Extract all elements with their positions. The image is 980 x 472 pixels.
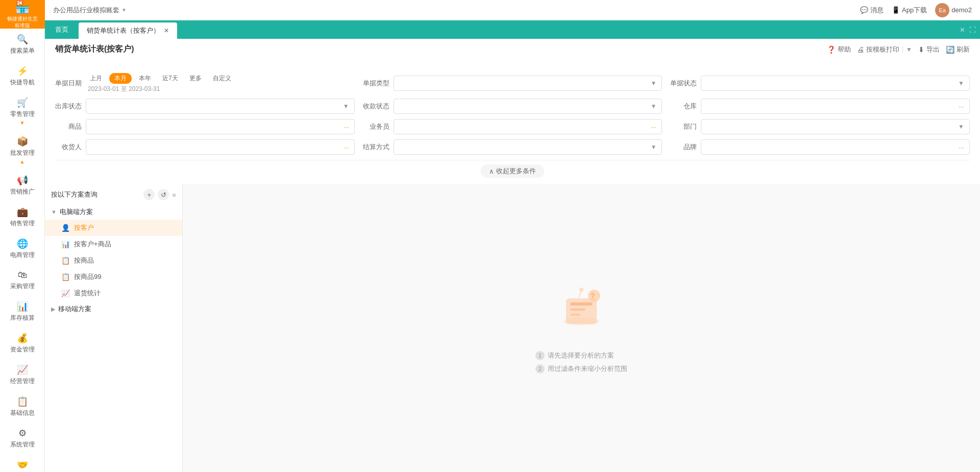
maximize-window-icon[interactable]: ⛶ xyxy=(969,26,976,34)
collapse-button[interactable]: ∧ 收起更多条件 xyxy=(481,164,544,178)
receive-status-select[interactable]: ▼ xyxy=(394,99,663,114)
retail-icon: 🛒 xyxy=(17,97,28,108)
scheme-group-pc: ▼ 电脑端方案 👤 按客户 📊 按客户+商品 📋 按商品 xyxy=(45,204,182,301)
scheme-group-mobile: ▶ 移动端方案 xyxy=(45,301,182,317)
scheme-refresh-button[interactable]: ↺ xyxy=(158,189,169,200)
refresh-button[interactable]: 🔄 刷新 xyxy=(946,45,970,54)
date-btn-thisyear[interactable]: 本年 xyxy=(135,73,155,84)
receiver-label: 收货人 xyxy=(55,143,82,152)
wholesale-icon: 📦 xyxy=(17,136,28,147)
sidebar-quicknav-label: 快捷导航 xyxy=(10,78,35,87)
receiver-dots[interactable]: ··· xyxy=(344,144,349,151)
tab-close-icon[interactable]: ✕ xyxy=(164,27,169,34)
scheme-group-mobile-header[interactable]: ▶ 移动端方案 xyxy=(45,301,182,317)
page-actions: ❓ 帮助 🖨 按模板打印 ▼ ⬇ 导出 🔄 刷新 xyxy=(827,45,970,60)
salesperson-label: 业务员 xyxy=(363,122,389,131)
app-download-button[interactable]: 📱 App下载 xyxy=(892,6,927,15)
export-icon: ⬇ xyxy=(918,45,924,54)
scheme-item-customer-label: 按客户 xyxy=(74,223,94,232)
close-window-icon[interactable]: ✕ xyxy=(960,26,965,34)
topbar-left: 办公用品行业模拟账套 ▼ xyxy=(53,6,127,15)
sidebar-item-ecommerce[interactable]: 🌐 电商管理 xyxy=(0,233,44,265)
filter-section: 单据日期 上月 本月 本年 近7天 更多 自定义 2023-03-01 至 20… xyxy=(45,66,980,184)
sidebar-item-wholesale[interactable]: 📦 批发管理 ▲ xyxy=(0,131,44,170)
sales-icon: 💼 xyxy=(17,206,28,218)
scheme-collapse-button[interactable]: « xyxy=(172,191,176,199)
company-selector[interactable]: 办公用品行业模拟账套 ▼ xyxy=(53,6,127,15)
sidebar-item-search[interactable]: 🔍 搜索菜单 xyxy=(0,29,44,60)
svg-rect-2 xyxy=(570,302,593,305)
avatar-text: Ea xyxy=(939,7,946,13)
date-btn-thismonth[interactable]: 本月 xyxy=(109,73,132,84)
receive-status-chevron: ▼ xyxy=(650,103,656,110)
content-area: 按以下方案查询 + ↺ « ▼ 电脑端方案 👤 按客户 xyxy=(45,184,980,472)
message-button[interactable]: 💬 消息 xyxy=(860,6,884,15)
tab-home-label: 首页 xyxy=(55,25,68,34)
user-profile[interactable]: Ea demo2 xyxy=(935,3,972,17)
hint1-text: 请先选择要分析的方案 xyxy=(548,351,614,360)
sidebar-item-sales[interactable]: 💼 销售管理 xyxy=(0,201,44,233)
help-button[interactable]: ❓ 帮助 xyxy=(827,45,851,54)
sidebar-wholesale-label: 批发管理 xyxy=(10,149,35,157)
tab-sales-stats[interactable]: 销货单统计表（按客户） ✕ xyxy=(79,22,177,39)
scheme-item-by-customer[interactable]: 👤 按客户 xyxy=(45,220,182,236)
export-button[interactable]: ⬇ 导出 xyxy=(918,45,940,54)
wholesale-expand-icon: ▲ xyxy=(20,159,25,164)
salesperson-filter: 业务员 ··· xyxy=(363,119,663,134)
department-select[interactable]: ▼ xyxy=(701,119,970,134)
sidebar-item-inventory[interactable]: 📊 库存核算 xyxy=(0,296,44,327)
date-btn-lastmonth[interactable]: 上月 xyxy=(86,73,106,84)
sidebar-system-label: 系统管理 xyxy=(10,440,35,449)
sidebar-item-marketing[interactable]: 📢 营销推广 xyxy=(0,170,44,201)
scheme-pc-label: 电脑端方案 xyxy=(60,207,93,217)
sidebar-inventory-label: 库存核算 xyxy=(10,314,35,322)
order-type-select[interactable]: ▼ xyxy=(394,76,663,91)
scheme-item-goods[interactable]: 📋 按商品 xyxy=(45,252,182,269)
refresh-icon: 🔄 xyxy=(946,45,954,54)
out-status-select[interactable]: ▼ xyxy=(86,99,355,114)
brand-select[interactable]: ··· xyxy=(701,139,970,155)
data-area: ? 1 请先选择要分析的方案 2 用过滤条件来缩小分析范围 xyxy=(183,184,980,472)
sidebar-item-purchase[interactable]: 🛍 采购管理 xyxy=(0,265,44,296)
sidebar-item-finance[interactable]: 💰 资金管理 xyxy=(0,327,44,359)
operations-icon: 📈 xyxy=(17,364,28,375)
print-button[interactable]: 🖨 按模板打印 ▼ xyxy=(857,45,912,54)
sidebar-item-basic[interactable]: 📋 基础信息 xyxy=(0,391,44,422)
order-status-select[interactable]: ▼ xyxy=(701,76,970,91)
settlement-select[interactable]: ▼ xyxy=(394,139,663,155)
print-icon: 🖨 xyxy=(857,45,864,54)
sidebar-item-retail[interactable]: 🛒 零售管理 ▼ xyxy=(0,92,44,131)
salesperson-select[interactable]: ··· xyxy=(394,119,663,134)
empty-hint-1: 1 请先选择要分析的方案 xyxy=(535,351,627,360)
scheme-item-customer-goods[interactable]: 📊 按客户+商品 xyxy=(45,236,182,252)
sidebar-item-quicknav[interactable]: ⚡ 快捷导航 xyxy=(0,60,44,92)
sidebar-finance-label: 资金管理 xyxy=(10,345,35,354)
sidebar-item-system[interactable]: ⚙ 系统管理 xyxy=(0,422,44,454)
empty-hint-2: 2 用过滤条件来缩小分析范围 xyxy=(535,364,627,373)
ecommerce-icon: 🌐 xyxy=(17,238,28,249)
date-btn-7days[interactable]: 近7天 xyxy=(158,73,182,84)
goods-dots[interactable]: ··· xyxy=(344,123,349,131)
date-btn-custom[interactable]: 自定义 xyxy=(209,73,235,84)
tab-home[interactable]: 首页 xyxy=(45,20,79,39)
export-label: 导出 xyxy=(926,45,940,54)
sidebar-item-cooperation[interactable]: 🤝 企业协同 xyxy=(0,454,44,472)
scheme-item-return-stats[interactable]: 📈 退货统计 xyxy=(45,285,182,301)
sidebar: 🏪 畅捷通好生意标准版 🔍 搜索菜单 ⚡ 快捷导航 🛒 零售管理 ▼ 📦 批发管… xyxy=(0,0,45,472)
scheme-add-button[interactable]: + xyxy=(143,189,155,200)
goods-select[interactable]: ··· xyxy=(86,119,355,134)
receiver-select[interactable]: ··· xyxy=(86,139,355,155)
print-label: 按模板打印 xyxy=(866,45,899,54)
scheme-item-goods99[interactable]: 📋 按商品99 xyxy=(45,269,182,285)
warehouse-dots[interactable]: ··· xyxy=(959,103,964,110)
print-dropdown-icon[interactable]: ▼ xyxy=(906,46,912,53)
sidebar-purchase-label: 采购管理 xyxy=(10,282,35,291)
sidebar-item-operations[interactable]: 📈 经营管理 xyxy=(0,359,44,391)
salesperson-dots[interactable]: ··· xyxy=(651,123,656,131)
svg-point-8 xyxy=(579,288,583,292)
scheme-item-goods99-label: 按商品99 xyxy=(74,272,101,281)
brand-dots[interactable]: ··· xyxy=(959,144,964,151)
scheme-group-pc-header[interactable]: ▼ 电脑端方案 xyxy=(45,204,182,220)
date-btn-more[interactable]: 更多 xyxy=(185,73,206,84)
warehouse-select[interactable]: ··· xyxy=(701,99,970,114)
